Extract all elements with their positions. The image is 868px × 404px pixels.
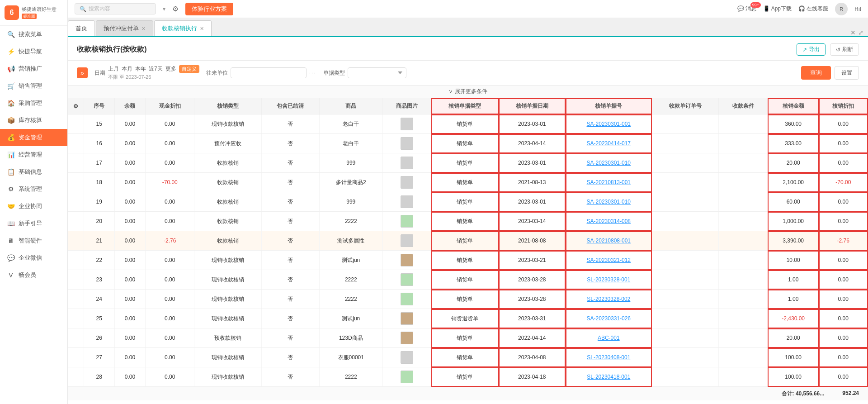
dropdown-icon[interactable]: ▾ [163,6,165,12]
col-balance: 0.00 [114,348,145,367]
col-bill-no[interactable]: SL-20230418-001 [566,367,652,387]
date-custom[interactable]: 自定义 [179,65,199,73]
col-include-settled: 否 [261,270,319,290]
app-download-link[interactable]: 📱 App下载 [763,5,792,13]
refresh-button[interactable]: ↺ 刷新 [830,43,859,56]
tab-receipt[interactable]: 收款核销执行 ✕ [154,20,212,36]
col-receipt-condition [719,367,768,387]
col-receipt-condition-header: 收款条件 [719,98,768,114]
col-writeoff-type: 预收款核销 [194,328,261,348]
partner-filter-input[interactable] [231,67,307,78]
col-receipt-condition [719,231,768,251]
sidebar-item-system[interactable]: ⚙系统管理 [0,181,67,198]
sidebar-item-label-hardware: 智能硬件 [19,237,42,245]
tabs-bar: 首页 预付冲应付单 ✕ 收款核销执行 ✕ ✕ ⤢ [68,18,868,37]
sidebar-item-vip[interactable]: V畅会员 [0,266,67,284]
top-search-box[interactable]: 🔍 搜索内容 [75,3,156,14]
page-actions: ↗ 导出 ↺ 刷新 [797,43,859,56]
tab-prepay[interactable]: 预付冲应付单 ✕ [96,20,153,36]
tab-home[interactable]: 首页 [68,20,95,36]
col-setting [68,173,84,192]
sidebar-item-search[interactable]: 🔍搜索菜单 [0,26,67,43]
col-include-settled: 否 [261,367,319,387]
col-writeoff-discount: 0.00 [819,212,868,231]
col-balance: 0.00 [114,251,145,270]
sidebar-item-marketing[interactable]: 📢营销推广 [0,60,67,77]
col-bill-no[interactable]: SA-20230301-010 [566,153,652,173]
basic-icon: 📋 [7,168,15,176]
col-writeoff-discount: 0.00 [819,290,868,309]
col-bill-no[interactable]: SL-20230328-001 [566,270,652,290]
col-bill-no[interactable]: SA-20230301-010 [566,192,652,212]
search-icon: 🔍 [80,6,86,12]
partner-dots[interactable]: ··· [309,70,316,76]
sidebar-item-basic[interactable]: 📋基础信息 [0,163,67,181]
close-all-icon[interactable]: ✕ [850,29,856,36]
export-button[interactable]: ↗ 导出 [797,43,826,56]
page-title: 收款核销执行(按收款) [77,45,147,54]
sidebar-item-enterprise[interactable]: 🤝企业协同 [0,198,67,215]
col-writeoff-type: 现销收款核销 [194,114,261,134]
date-last-month[interactable]: 上月 [108,65,119,73]
sidebar-item-hardware[interactable]: 🖥智能硬件 [0,232,67,249]
sidebar-item-operations[interactable]: 📊经营管理 [0,146,67,163]
online-service-link[interactable]: 🎧 在线客服 [798,5,828,13]
col-writeoff-type: 现销收款核销 [194,348,261,367]
expand-icon[interactable]: ⤢ [858,29,863,36]
setting-button[interactable]: 设置 [835,66,859,80]
col-bill-no[interactable]: SL-20230408-001 [566,348,652,367]
col-setting-header[interactable]: ⚙ [68,98,84,114]
col-bill-no[interactable]: SA-20210813-001 [566,173,652,192]
col-bill-no[interactable]: ABC-001 [566,328,652,348]
tab-prepay-close[interactable]: ✕ [142,26,146,32]
system-icon: ⚙ [7,185,15,193]
filter-expand-button[interactable]: » [77,67,88,78]
col-include-settled: 否 [261,134,319,153]
expand-more-button[interactable]: ∨ 展开更多条件 [448,88,487,95]
col-balance: 0.00 [114,328,145,348]
search-icon: 🔍 [7,31,15,38]
col-bill-no[interactable]: SA-20230314-008 [566,212,652,231]
tabs-actions: ✕ ⤢ [846,29,868,36]
col-bill-no[interactable]: SA-20230321-012 [566,251,652,270]
query-button[interactable]: 查询 [801,66,831,80]
col-writeoff-discount: 0.00 [819,192,868,212]
col-setting [68,192,84,212]
sidebar-item-inventory[interactable]: 📦库存核算 [0,112,67,129]
col-writeoff-discount: 0.00 [819,114,868,134]
col-bill-no[interactable]: SA-20210808-001 [566,231,652,251]
col-balance: 0.00 [114,192,145,212]
message-notif[interactable]: 💬 消息 99+ [737,5,756,13]
user-avatar[interactable]: R [835,3,848,15]
date-7-days[interactable]: 近7天 [149,65,163,73]
col-bill-no[interactable]: SA-20230301-001 [566,114,652,134]
col-bill-no[interactable]: SL-20230328-002 [566,290,652,309]
col-balance: 0.00 [114,173,145,192]
settings-icon[interactable]: ⚙ [172,5,179,13]
col-bill-no[interactable]: SA-20230414-017 [566,134,652,153]
sidebar-item-sales[interactable]: 🛒销售管理 [0,77,67,95]
col-goods-image [382,290,431,309]
sidebar-item-wechat[interactable]: 💬企业微信 [0,249,67,266]
date-this-month[interactable]: 本月 [122,65,132,73]
table-row: 24 0.00 0.00 现销收款核销 否 2222 销货单 2023-03-2… [68,290,868,309]
col-writeoff-amount: 3,390.00 [768,231,819,251]
tab-receipt-close[interactable]: ✕ [200,26,204,32]
col-setting [68,231,84,251]
sidebar-item-label-wechat: 企业微信 [19,254,42,262]
col-goods-image [382,348,431,367]
sidebar-item-finance[interactable]: 💰资金管理 [0,129,67,146]
sidebar-item-purchase[interactable]: 🏠采购管理 [0,95,67,112]
col-goods: 123D商品 [320,328,382,348]
date-more[interactable]: 更多 [165,65,176,73]
industry-btn[interactable]: 体验行业方案 [185,3,233,15]
col-balance: 0.00 [114,114,145,134]
col-balance: 0.00 [114,309,145,328]
sidebar-item-guide[interactable]: 📖新手引导 [0,215,67,232]
col-bill-no[interactable]: SA-20230331-026 [566,309,652,328]
bill-type-select[interactable] [348,67,406,78]
date-this-year[interactable]: 本年 [135,65,146,73]
sidebar-item-quicknav[interactable]: ⚡快捷导航 [0,43,67,60]
col-writeoff-discount: 0.00 [819,309,868,328]
quicknav-icon: ⚡ [7,48,15,55]
